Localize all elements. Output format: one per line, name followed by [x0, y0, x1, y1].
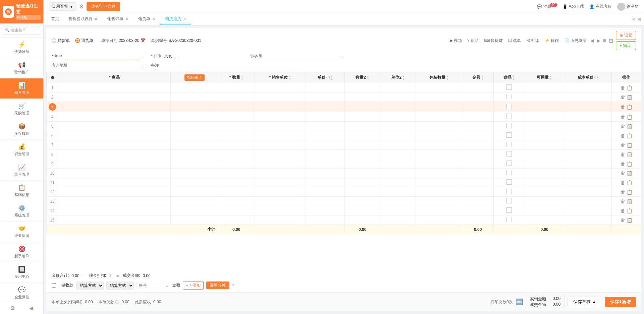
table-row[interactable]: 13🗑📋 — [47, 197, 641, 206]
gift-cell[interactable] — [494, 122, 525, 131]
pack-qty-cell[interactable] — [416, 131, 462, 140]
available-cell[interactable] — [525, 83, 564, 92]
qty-cell[interactable] — [218, 197, 255, 206]
delete-row-btn[interactable]: 🗑 — [621, 85, 625, 90]
unit2-cell[interactable] — [380, 169, 416, 178]
cost-price-cell[interactable] — [564, 112, 611, 122]
qty-cell[interactable] — [218, 187, 255, 197]
price-cell[interactable] — [306, 159, 345, 169]
table-row[interactable]: 12🗑📋 — [47, 187, 641, 197]
unit2-cell[interactable] — [380, 159, 416, 169]
print-btn[interactable]: 🖨 打印 — [525, 37, 541, 44]
copy-row-btn[interactable]: 📋 — [627, 199, 632, 204]
select-btn[interactable]: ☑ 选单 — [507, 37, 522, 44]
tab-sales-shipment[interactable]: 销货单 ✕ — [133, 14, 160, 24]
cost-price-cell[interactable] — [564, 122, 611, 131]
copy-row-btn[interactable]: 📋 — [627, 142, 632, 148]
copy-row-btn[interactable]: 📋 — [627, 124, 632, 129]
copy-row-btn[interactable]: 📋 — [627, 85, 632, 90]
product-cell[interactable] — [58, 206, 171, 215]
sidebar-item-basic[interactable]: 📋 基础信息 — [0, 181, 43, 201]
gift-cell[interactable] — [494, 92, 525, 102]
amount-cell[interactable] — [462, 122, 494, 131]
table-row[interactable]: 4🗑📋 — [47, 112, 641, 122]
pack-qty-cell[interactable] — [416, 159, 462, 169]
gift-cell[interactable] — [494, 159, 525, 169]
available-cell[interactable] — [525, 150, 564, 159]
product-cell[interactable] — [58, 215, 171, 225]
account-input[interactable] — [137, 282, 163, 289]
unit2-cell[interactable] — [380, 187, 416, 197]
unit2-cell[interactable] — [380, 215, 416, 225]
unit2-cell[interactable] — [380, 197, 416, 206]
online-service-action[interactable]: 👤 在线客服 — [589, 4, 612, 9]
amount-cell[interactable] — [462, 169, 494, 178]
qty2-cell[interactable] — [345, 150, 380, 159]
logistics-btn[interactable]: + 物流 — [616, 41, 636, 50]
tab-home[interactable]: 首页 — [46, 14, 64, 24]
gift-checkbox[interactable] — [506, 207, 512, 213]
unit-cell[interactable] — [255, 112, 306, 122]
gift-checkbox[interactable] — [506, 94, 512, 99]
gift-checkbox[interactable] — [506, 104, 512, 109]
copy-row-btn[interactable]: 📋 — [627, 114, 632, 120]
qty2-cell[interactable] — [345, 102, 380, 112]
unit-cell[interactable] — [255, 140, 306, 150]
table-row[interactable]: 11🗑📋 — [47, 178, 641, 187]
copy-row-btn[interactable]: 📋 — [627, 104, 632, 110]
gift-cell[interactable] — [494, 169, 525, 178]
amount-cell[interactable] — [462, 206, 494, 215]
radio-return[interactable]: 退货单 — [75, 38, 93, 44]
available-cell[interactable] — [525, 159, 564, 169]
copy-row-btn[interactable]: 📋 — [627, 95, 632, 100]
delete-row-btn[interactable]: 🗑 — [621, 217, 625, 223]
delete-row-btn[interactable]: 🗑 — [621, 171, 625, 176]
qty2-cell[interactable] — [345, 178, 380, 187]
product-cell[interactable] — [58, 131, 171, 140]
settings-footer-btn[interactable]: ⚙ — [10, 305, 15, 311]
gift-cell[interactable] — [494, 131, 525, 140]
table-row[interactable]: 6🗑📋 — [47, 131, 641, 140]
product-cell[interactable] — [58, 187, 171, 197]
list-view-btn[interactable]: ≡ — [603, 38, 606, 44]
header-gear-button[interactable]: ⚙ — [79, 3, 84, 10]
copy-row-btn[interactable]: 📋 — [627, 180, 632, 185]
save-new-button[interactable]: 保存&新增 — [605, 297, 636, 307]
search-menu-button[interactable]: 🔍 搜索菜单 — [2, 26, 41, 35]
price-cell[interactable] — [306, 112, 345, 122]
cost-price-cell[interactable] — [564, 206, 611, 215]
tab-close-price-setting[interactable]: ✕ — [94, 17, 98, 21]
qty-cell[interactable] — [218, 140, 255, 150]
product-cell[interactable] — [58, 150, 171, 159]
unit2-cell[interactable] — [380, 112, 416, 122]
payment-checkbox[interactable] — [52, 283, 56, 288]
amount-cell[interactable] — [462, 159, 494, 169]
sidebar-item-appstore[interactable]: 🔲 应用中心 — [0, 262, 43, 283]
scan-input-btn[interactable]: 扫码录入 — [184, 74, 205, 81]
video-btn[interactable]: ▶ 视频 — [448, 37, 463, 44]
sidebar-item-inventory[interactable]: 📦 库存核算 — [0, 119, 43, 140]
unit2-cell[interactable] — [380, 178, 416, 187]
table-row[interactable]: 5🗑📋 — [47, 122, 641, 131]
tab-close-sales-order[interactable]: ✕ — [125, 17, 129, 21]
unit-cell[interactable] — [255, 150, 306, 159]
qty-cell[interactable] — [218, 206, 255, 215]
remark-input[interactable] — [162, 62, 296, 69]
gift-cell[interactable] — [494, 150, 525, 159]
address-input[interactable] — [70, 62, 139, 69]
delete-row-btn[interactable]: 🗑 — [621, 114, 625, 120]
copy-row-btn[interactable]: 📋 — [627, 171, 632, 176]
cost-price-cell[interactable] — [564, 169, 611, 178]
gift-checkbox[interactable] — [506, 84, 512, 90]
amount-cell[interactable] — [462, 112, 494, 122]
pack-qty-cell[interactable] — [416, 187, 462, 197]
product-cell[interactable] — [58, 102, 171, 112]
product-cell[interactable] — [58, 178, 171, 187]
available-cell[interactable] — [525, 215, 564, 225]
qty-cell[interactable] — [218, 131, 255, 140]
pack-qty-cell[interactable] — [416, 83, 462, 92]
table-row[interactable]: 15🗑📋 — [47, 215, 641, 225]
gift-checkbox[interactable] — [506, 189, 512, 194]
available-cell[interactable] — [525, 206, 564, 215]
qty2-cell[interactable] — [345, 206, 380, 215]
